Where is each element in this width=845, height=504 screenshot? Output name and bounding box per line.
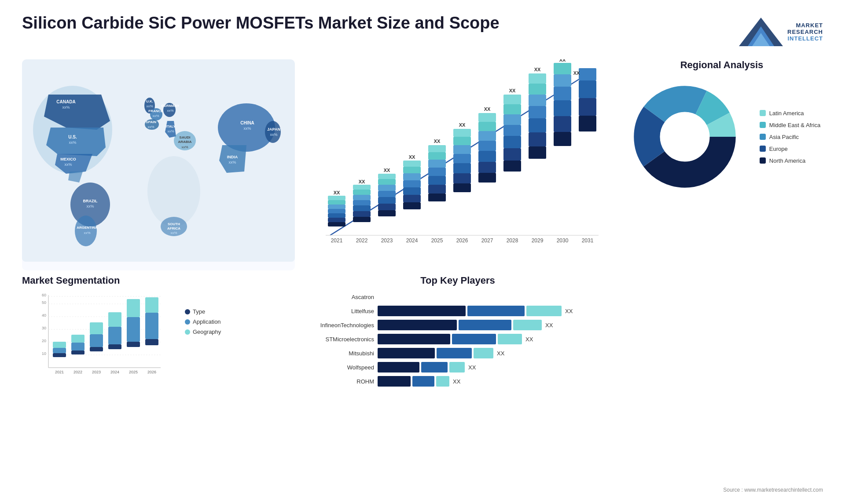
- player-row-wolfspeed: Wolfspeed XX: [304, 362, 612, 373]
- player-row-ascatron: Ascatron: [304, 292, 612, 302]
- legend-latin-america: Latin America: [760, 110, 820, 117]
- svg-text:xx%: xx%: [270, 132, 277, 137]
- italy-label: ITALY: [166, 124, 176, 128]
- svg-rect-97: [378, 185, 396, 191]
- svg-rect-120: [453, 183, 471, 192]
- svg-text:XX: XX: [573, 70, 580, 76]
- svg-rect-144: [503, 95, 521, 104]
- svg-text:2023: 2023: [381, 237, 393, 244]
- player-xx-wolfspeed: XX: [468, 364, 476, 371]
- svg-rect-49: [53, 342, 66, 348]
- legend-europe: Europe: [760, 146, 820, 152]
- svg-rect-89: [353, 190, 371, 195]
- player-xx-mitsubishi: XX: [497, 350, 504, 357]
- svg-rect-85: [353, 211, 371, 217]
- svg-rect-108: [403, 161, 421, 167]
- svg-rect-147: [529, 146, 546, 159]
- svg-rect-132: [478, 141, 496, 151]
- svg-rect-57: [90, 322, 103, 334]
- svg-rect-53: [71, 335, 84, 343]
- bar-seg-light: [436, 376, 449, 387]
- svg-text:2023: 2023: [92, 370, 101, 374]
- player-name-rohm: ROHM: [304, 378, 374, 385]
- svg-rect-104: [403, 187, 421, 195]
- player-row-rohm: ROHM XX: [304, 376, 612, 387]
- svg-rect-79: [328, 205, 345, 209]
- logo-icon: [726, 13, 783, 51]
- svg-rect-148: [529, 132, 546, 146]
- svg-text:xx%: xx%: [228, 160, 236, 164]
- player-row-littelfuse: Littelfuse XX: [304, 306, 612, 316]
- player-name-mitsubishi: Mitsubishi: [304, 350, 374, 357]
- bar-seg-light: [498, 334, 522, 344]
- svg-text:2025: 2025: [129, 370, 138, 374]
- svg-rect-80: [328, 200, 345, 205]
- svg-rect-121: [453, 173, 471, 183]
- svg-text:2021: 2021: [55, 370, 64, 374]
- legend-north-america: North America: [760, 157, 820, 164]
- svg-text:30: 30: [42, 326, 46, 330]
- svg-text:xx%: xx%: [69, 140, 76, 145]
- svg-text:2031: 2031: [582, 237, 594, 244]
- svg-text:xx%: xx%: [167, 109, 173, 113]
- svg-rect-161: [554, 63, 571, 74]
- svg-rect-113: [428, 176, 446, 185]
- north-america-label: North America: [769, 157, 805, 164]
- bar-seg-light: [513, 320, 542, 330]
- bar-seg-light: [526, 306, 562, 316]
- svg-rect-48: [53, 348, 66, 353]
- svg-rect-90: [353, 185, 371, 190]
- svg-rect-52: [71, 343, 84, 351]
- logo-line1: MARKET: [787, 22, 823, 29]
- svg-text:50: 50: [42, 300, 46, 305]
- player-row-mitsubishi: Mitsubishi XX: [304, 348, 612, 358]
- svg-point-15: [265, 121, 281, 143]
- donut-chart-svg: [623, 75, 746, 198]
- svg-rect-111: [428, 194, 446, 201]
- regional-section: Regional Analysis: [621, 59, 823, 270]
- svg-text:xx%: xx%: [243, 126, 251, 131]
- svg-rect-61: [108, 312, 121, 327]
- svg-rect-129: [478, 173, 496, 183]
- donut-hole: [660, 112, 709, 161]
- svg-text:xx%: xx%: [86, 204, 94, 208]
- svg-rect-47: [53, 353, 66, 357]
- right-column: Regional Analysis: [621, 59, 823, 493]
- us-label: U.S.: [68, 135, 77, 139]
- svg-rect-95: [378, 197, 396, 204]
- player-row-stmicro: STMicroelectronics XX: [304, 334, 612, 344]
- svg-rect-138: [503, 161, 521, 172]
- logo-line3: INTELLECT: [787, 35, 823, 42]
- canada-label: CANADA: [56, 99, 75, 104]
- svg-rect-60: [108, 327, 121, 344]
- india-label: INDIA: [227, 155, 238, 159]
- svg-rect-135: [478, 113, 496, 122]
- bar-seg-dark: [378, 306, 466, 316]
- svg-rect-98: [378, 179, 396, 185]
- logo-line2: RESEARCH: [787, 29, 823, 35]
- svg-text:xx%: xx%: [170, 231, 177, 235]
- svg-text:2024: 2024: [406, 237, 418, 244]
- svg-rect-159: [554, 87, 571, 100]
- bar-seg-mid: [421, 362, 448, 373]
- svg-rect-76: [328, 218, 345, 222]
- svg-rect-134: [478, 122, 496, 131]
- svg-rect-69: [145, 297, 158, 313]
- svg-rect-152: [529, 84, 546, 95]
- svg-text:2028: 2028: [507, 237, 518, 244]
- germany-label: GERMANY: [162, 104, 180, 108]
- svg-text:2026: 2026: [456, 237, 468, 244]
- type-label: Type: [193, 308, 205, 315]
- me-africa-dot: [760, 122, 766, 128]
- asia-pacific-dot: [760, 134, 766, 140]
- legend-geography: Geography: [185, 329, 221, 335]
- svg-rect-93: [378, 210, 396, 216]
- svg-rect-116: [428, 152, 446, 160]
- europe-label: Europe: [769, 146, 788, 152]
- svg-rect-153: [529, 73, 546, 84]
- svg-text:xx%: xx%: [167, 129, 174, 133]
- svg-rect-142: [503, 114, 521, 125]
- player-xx-littelfuse: XX: [565, 308, 573, 314]
- svg-text:xx%: xx%: [62, 105, 70, 110]
- svg-rect-149: [529, 118, 546, 132]
